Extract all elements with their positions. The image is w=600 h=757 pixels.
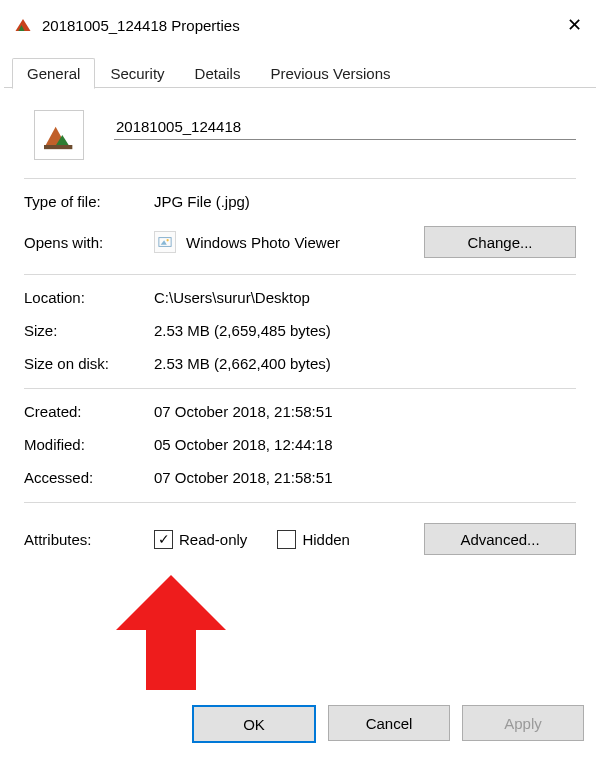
row-opens-with: Opens with: Windows Photo Viewer Change.… bbox=[24, 218, 576, 266]
label-accessed: Accessed: bbox=[24, 469, 154, 486]
value-created: 07 October 2018, 21:58:51 bbox=[154, 403, 576, 420]
title-bar: 20181005_124418 Properties ✕ bbox=[0, 0, 600, 50]
svg-marker-8 bbox=[161, 240, 167, 244]
label-type-of-file: Type of file: bbox=[24, 193, 154, 210]
svg-marker-10 bbox=[116, 575, 226, 690]
window-icon bbox=[14, 16, 32, 34]
hidden-label: Hidden bbox=[302, 531, 350, 548]
apply-button[interactable]: Apply bbox=[462, 705, 584, 741]
value-modified: 05 October 2018, 12:44:18 bbox=[154, 436, 576, 453]
general-panel: 20181005_124418 Type of file: JPG File (… bbox=[0, 88, 600, 563]
divider bbox=[24, 502, 576, 503]
row-size-on-disk: Size on disk: 2.53 MB (2,662,400 bytes) bbox=[24, 347, 576, 380]
value-type-of-file: JPG File (.jpg) bbox=[154, 193, 576, 210]
row-accessed: Accessed: 07 October 2018, 21:58:51 bbox=[24, 461, 576, 494]
label-created: Created: bbox=[24, 403, 154, 420]
tab-previous-versions[interactable]: Previous Versions bbox=[255, 58, 405, 88]
label-opens-with: Opens with: bbox=[24, 234, 154, 251]
annotation-arrow-icon bbox=[116, 575, 226, 690]
read-only-label: Read-only bbox=[179, 531, 247, 548]
change-button[interactable]: Change... bbox=[424, 226, 576, 258]
value-accessed: 07 October 2018, 21:58:51 bbox=[154, 469, 576, 486]
row-attributes: Attributes: Read-only Hidden Advanced... bbox=[24, 509, 576, 563]
row-created: Created: 07 October 2018, 21:58:51 bbox=[24, 395, 576, 428]
cancel-button[interactable]: Cancel bbox=[328, 705, 450, 741]
tab-details[interactable]: Details bbox=[180, 58, 256, 88]
photo-viewer-icon bbox=[154, 231, 176, 253]
file-thumbnail-icon bbox=[34, 110, 84, 160]
tab-strip: General Security Details Previous Versio… bbox=[0, 50, 600, 88]
window-title: 20181005_124418 Properties bbox=[42, 17, 561, 34]
label-location: Location: bbox=[24, 289, 154, 306]
value-size-on-disk: 2.53 MB (2,662,400 bytes) bbox=[154, 355, 576, 372]
label-attributes: Attributes: bbox=[24, 531, 154, 548]
value-opens-with: Windows Photo Viewer bbox=[186, 234, 340, 251]
svg-rect-6 bbox=[44, 145, 72, 149]
ok-button[interactable]: OK bbox=[192, 705, 316, 743]
row-modified: Modified: 05 October 2018, 12:44:18 bbox=[24, 428, 576, 461]
advanced-button[interactable]: Advanced... bbox=[424, 523, 576, 555]
label-size-on-disk: Size on disk: bbox=[24, 355, 154, 372]
close-button[interactable]: ✕ bbox=[561, 14, 588, 36]
value-size: 2.53 MB (2,659,485 bytes) bbox=[154, 322, 576, 339]
label-size: Size: bbox=[24, 322, 154, 339]
tab-security[interactable]: Security bbox=[95, 58, 179, 88]
value-location: C:\Users\surur\Desktop bbox=[154, 289, 576, 306]
label-modified: Modified: bbox=[24, 436, 154, 453]
tab-general[interactable]: General bbox=[12, 58, 95, 89]
divider bbox=[24, 178, 576, 179]
divider bbox=[24, 274, 576, 275]
dialog-buttons: OK Cancel Apply bbox=[192, 705, 584, 743]
row-location: Location: C:\Users\surur\Desktop bbox=[24, 281, 576, 314]
divider bbox=[24, 388, 576, 389]
read-only-checkbox[interactable] bbox=[154, 530, 173, 549]
file-header: 20181005_124418 bbox=[24, 104, 576, 170]
row-size: Size: 2.53 MB (2,659,485 bytes) bbox=[24, 314, 576, 347]
svg-point-9 bbox=[166, 239, 168, 241]
row-type-of-file: Type of file: JPG File (.jpg) bbox=[24, 185, 576, 218]
hidden-checkbox[interactable] bbox=[277, 530, 296, 549]
file-name-field[interactable]: 20181005_124418 bbox=[114, 114, 576, 140]
